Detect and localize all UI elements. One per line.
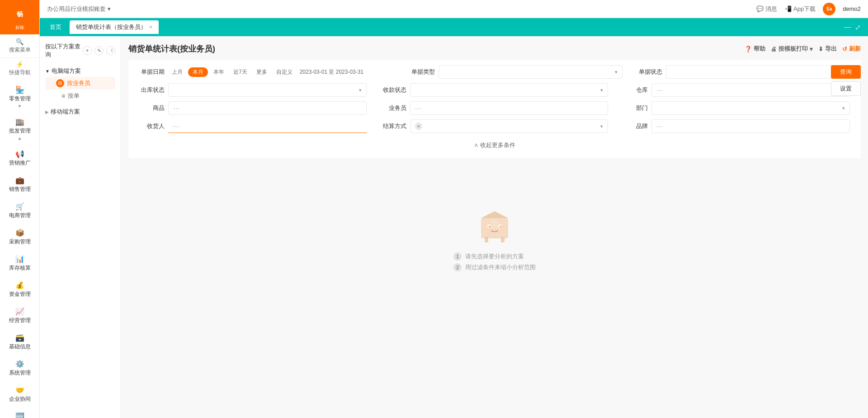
date-tab-thismonth[interactable]: 本月: [188, 67, 208, 77]
warehouse-select[interactable]: ···: [651, 83, 850, 97]
filter-row-4: 收货人 ··· 结算方式 × ▾: [136, 119, 854, 133]
filter-row-2: 出库状态 ▾ 收款状态 ▾: [136, 83, 854, 97]
filter-cell-settlement: 结算方式 × ▾: [377, 119, 612, 133]
payment-select[interactable]: ▾: [410, 83, 609, 97]
sidebar-logo[interactable]: 畅 标账: [0, 0, 39, 34]
date-tab-more[interactable]: 更多: [253, 67, 271, 77]
sidebar-item-purchase[interactable]: 📦 采购管理: [0, 224, 39, 250]
tree-group-desktop-header[interactable]: ▼ 电脑端方案: [45, 65, 115, 77]
sidebar-item-basic[interactable]: 🗃️ 基础信息: [0, 329, 39, 355]
tree-group-mobile: ▶ 移动端方案: [40, 104, 121, 119]
settings-btn[interactable]: 设置: [831, 81, 861, 96]
date-label: 单据日期: [139, 68, 165, 76]
sidebar-item-newuser[interactable]: 🆕 新手引导: [0, 408, 39, 418]
settlement-select[interactable]: × ▾: [410, 119, 609, 133]
date-tab-thisyear[interactable]: 本年: [210, 67, 228, 77]
edit-scheme-btn[interactable]: ✎: [94, 46, 104, 55]
query-btn[interactable]: 查询: [831, 65, 861, 79]
outstatus-select[interactable]: ▾: [168, 83, 367, 97]
dept-label: 部门: [623, 104, 648, 112]
sidebar-item-retail[interactable]: 🏪 零售管理 ▼: [0, 81, 39, 113]
tab-expand-btn[interactable]: ⤢: [855, 23, 861, 32]
export-icon: ⬇: [818, 46, 823, 52]
account-selector[interactable]: 办公用品行业模拟账套 ▾: [47, 5, 111, 13]
tab-minimize-btn[interactable]: —: [844, 23, 851, 31]
tab-sales-stats[interactable]: 销货单统计表（按业务员） ×: [70, 20, 159, 34]
active-tab-label: 销货单统计表（按业务员）: [76, 23, 146, 31]
home-tab-label: 首页: [50, 23, 61, 31]
sidebar-item-operations[interactable]: 📈 经营管理: [0, 303, 39, 329]
tree-arrow-mobile: ▶: [45, 109, 49, 114]
tab-close-btn[interactable]: ×: [149, 24, 152, 30]
refresh-btn[interactable]: ↺ 刷新: [842, 45, 861, 53]
filter-row-1: 单据日期 上月 本月 本年 近7天 更多 自定义 2023-03-01 至 20…: [136, 65, 854, 79]
main-area: 办公用品行业模拟账套 ▾ 💬 消息 📲 App下载 Ea demo2 首页 销货…: [40, 0, 868, 418]
collapse-panel-btn[interactable]: 《: [106, 46, 115, 55]
export-btn[interactable]: ⬇ 导出: [818, 45, 837, 53]
filter-cell-goods: 商品 ···: [136, 101, 370, 115]
receiver-input[interactable]: ···: [168, 119, 367, 133]
sidebar-item-ecommerce[interactable]: 🛒 电商管理: [0, 198, 39, 224]
newuser-icon: 🆕: [15, 412, 24, 418]
billtype-label: 单据类型: [410, 68, 435, 76]
user-name[interactable]: demo2: [843, 5, 861, 12]
page-title-row: 销货单统计表(按业务员) ❓ 帮助 🖨 按模板打印 ▾ ⬇ 导出: [128, 43, 861, 54]
sidebar-item-system[interactable]: ⚙️ 系统管理: [0, 355, 39, 381]
tree-arrow-desktop: ▼: [45, 69, 50, 74]
filter-cell-receiver: 收货人 ···: [136, 119, 370, 133]
sidebar-item-inventory[interactable]: 📊 库存核算: [0, 250, 39, 276]
left-panel-actions: + ✎ 《: [83, 46, 115, 55]
tree-group-mobile-header[interactable]: ▶ 移动端方案: [45, 106, 115, 118]
user-avatar[interactable]: Ea: [823, 3, 835, 15]
filter-cell-payment: 收款状态 ▾: [377, 83, 612, 97]
tree-item-order[interactable]: ≡ 按单: [45, 90, 115, 102]
page-title: 销货单统计表(按业务员): [128, 43, 215, 54]
tree-item-salesman[interactable]: 按 按业务员: [45, 77, 115, 90]
settlement-clear-btn[interactable]: ×: [415, 123, 422, 130]
billtype-select[interactable]: ▾: [439, 65, 623, 79]
sidebar-item-enterprise[interactable]: 🤝 企业协同: [0, 381, 39, 408]
sidebar-search[interactable]: 🔍 搜索菜单: [0, 34, 39, 58]
empty-tip-1-text: 请先选择要分析的方案: [465, 252, 524, 261]
goods-dots: ···: [173, 104, 180, 112]
account-name: 办公用品行业模拟账套: [47, 5, 106, 13]
tip-num-2: 2: [453, 263, 462, 271]
sidebar-logo-text: 标账: [15, 24, 24, 31]
tree-group-mobile-label: 移动端方案: [51, 108, 80, 116]
date-tab-custom[interactable]: 自定义: [273, 67, 296, 77]
svg-marker-3: [481, 211, 508, 218]
payment-label: 收款状态: [381, 86, 406, 94]
dept-select[interactable]: ▾: [651, 101, 850, 115]
left-panel-header: 按以下方案查询 + ✎ 《: [40, 40, 121, 62]
billstatus-select[interactable]: ▾: [666, 65, 850, 79]
sidebar-item-sales[interactable]: 💼 销售管理: [0, 171, 39, 198]
topbar-left: 办公用品行业模拟账套 ▾: [47, 5, 111, 13]
retail-icon: 🏪: [15, 86, 24, 94]
tab-home[interactable]: 首页: [43, 20, 68, 34]
message-icon: 💬: [756, 5, 764, 12]
date-tab-lastmonth[interactable]: 上月: [168, 67, 186, 77]
content-area: 按以下方案查询 + ✎ 《 ▼ 电脑端方案: [40, 36, 868, 418]
add-scheme-btn[interactable]: +: [83, 46, 92, 55]
salesman-select[interactable]: ···: [410, 101, 609, 115]
template-print-btn[interactable]: 🖨 按模板打印 ▾: [771, 45, 813, 53]
empty-tip-2: 2 用过滤条件来缩小分析范围: [453, 263, 536, 271]
billstatus-label: 单据状态: [637, 68, 662, 76]
tree-group-desktop: ▼ 电脑端方案 按 按业务员 ≡ 按单: [40, 63, 121, 104]
svg-rect-5: [485, 237, 488, 242]
sidebar-quick-nav[interactable]: ⚡ 快捷导航: [0, 58, 39, 79]
help-btn[interactable]: ❓ 帮助: [745, 45, 765, 53]
sidebar-item-finance[interactable]: 💰 资金管理: [0, 276, 39, 303]
collapse-icon: 《: [108, 48, 113, 54]
app-download-btn[interactable]: 📲 App下载: [784, 5, 816, 13]
collapse-conditions-btn[interactable]: ∧ 收起更多条件: [474, 142, 516, 148]
outstatus-label: 出库状态: [139, 86, 165, 94]
date-tab-7days[interactable]: 近7天: [230, 67, 251, 77]
goods-select[interactable]: ···: [168, 101, 367, 115]
sidebar-item-wholesale[interactable]: 🏬 批发管理 ▲: [0, 113, 39, 145]
filter-row-3: 商品 ··· 业务员 ··· 部门: [136, 101, 854, 115]
brand-select[interactable]: ···: [651, 119, 850, 133]
sidebar-item-marketing[interactable]: 📢 营销推广: [0, 145, 39, 171]
message-btn[interactable]: 💬 消息: [756, 5, 777, 13]
operations-icon: 📈: [15, 307, 24, 316]
